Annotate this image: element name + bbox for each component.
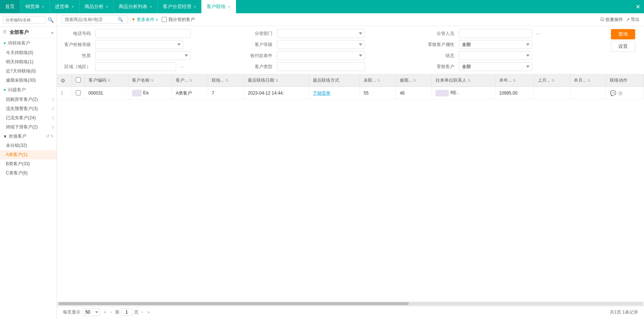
price-level-select[interactable] [95,40,183,49]
th-last-month-label: 上月... [538,77,550,84]
sidebar-item-today[interactable]: 今天待联络(0) [0,48,57,57]
prev-page-button[interactable]: ‹ [109,309,114,315]
th-checkbox[interactable] [72,74,85,87]
export-icon: ↗ [626,17,630,22]
nav-tab-goods-list[interactable]: 商品分析列表 × [114,0,157,13]
th-overdue[interactable]: 逾期... ⇅ [396,74,432,87]
sidebar-item-ungraded[interactable]: 未分组(32) [0,141,57,150]
payment-select[interactable] [277,51,365,60]
sidebar-search-input[interactable] [3,16,46,24]
sales-tab-close[interactable]: × [42,4,44,9]
horizontal-scrollbar[interactable] [57,301,644,306]
th-not-contact[interactable]: 未联... ⇅ [360,74,396,87]
select-all-checkbox[interactable] [76,77,81,82]
sidebar-group-problem[interactable]: ▼ 问题客户 [0,85,57,95]
sidebar-item-7days[interactable]: 近7天待联络(0) [0,67,57,76]
person-input[interactable] [459,29,532,38]
global-close-button[interactable]: ✕ [636,3,640,10]
person-dots[interactable]: ··· [534,31,543,36]
my-customers-checkbox-group[interactable]: 我分管的客户 [162,17,195,23]
batch-op-button[interactable]: ☑ 批量操作 [600,17,623,23]
customer-level-label: 客户等级 [246,42,275,48]
next-page-button[interactable]: › [140,309,144,315]
nav-tab-home[interactable]: 首页 [0,0,20,13]
cell-checkbox[interactable] [72,87,85,100]
setting-button[interactable]: 设置 [611,41,635,52]
customer-contact-tab-close[interactable]: × [228,4,230,9]
page-size-select[interactable]: 50 100 200 [83,308,100,316]
sidebar-group-pending[interactable]: ▼ 待联络客户 [0,38,57,48]
sidebar-item-class-b[interactable]: B类客户(33) [0,159,57,169]
nav-tab-customer-contact[interactable]: 客户联络 × [201,0,236,13]
th-last-month[interactable]: 上月... ⇅ [534,74,570,87]
sort-icon-name: ⇅ [151,78,154,82]
grid-action-icon[interactable]: ⊞ [618,90,623,96]
chat-action-icon[interactable]: 💬 [610,90,616,96]
nav-tab-goods-analysis[interactable]: 商品分析 × [79,0,114,13]
dept-select[interactable] [277,29,365,38]
filter-section-customer-level: 客户等级 [244,40,426,49]
sidebar-group-value[interactable]: ▼ 价值客户 ↺ ✎ [0,132,57,141]
info-icon-churn-warn: ℹ [52,106,54,111]
th-code[interactable]: 客户编码 ⇅ [85,74,128,87]
purchase-tab-close[interactable]: × [71,4,74,9]
th-this-year-label: 本年... [499,77,512,84]
filter-search-input[interactable] [65,17,116,22]
retail-attr-select[interactable]: 全部 [459,40,532,49]
sidebar-item-churned[interactable]: 已流失客户(24) ℹ [0,113,57,123]
first-page-button[interactable]: « [102,309,108,315]
phone-label: 电话号码 [64,31,94,37]
sidebar-item-class-c[interactable]: C类客户(6) [0,169,57,178]
th-contact-person[interactable]: 往来单位联系人 ⇅ [432,74,495,87]
sidebar-item-churn-warn[interactable]: 流失预警客户(3) ℹ [0,104,57,113]
filter-search-icon[interactable]: 🔍 [118,17,123,22]
customer-level-select[interactable] [277,40,365,49]
customer-type-input[interactable] [277,62,365,71]
row-checkbox[interactable] [76,90,81,95]
th-contact[interactable]: 联络... ⇅ [208,74,244,87]
th-last-method[interactable]: 最后联络方式 [309,74,360,87]
sidebar-search-icon[interactable]: 🔍 [47,17,54,23]
price-level-label: 客户价格等级 [64,42,94,48]
top-nav: 首页 销货单 × 进货单 × 商品分析 × 商品分析列表 × 客户分层经营 × … [0,0,644,13]
region-dots[interactable]: ··· [178,64,186,70]
customer-segment-tab-close[interactable]: × [194,4,196,9]
sidebar-all-customers[interactable]: ⠿ 全部客户 « [0,27,57,38]
th-this-month[interactable]: 本月... ⇅ [570,74,606,87]
th-level[interactable]: 客户... ⇅ [172,74,208,87]
retail-customer-select[interactable]: 全部 [459,62,532,71]
filter-row-3: 性质 收付款条件 状态 [63,51,608,60]
my-customers-checkbox[interactable] [162,17,167,22]
last-method-link[interactable]: 下销货单 [313,91,330,96]
nav-tab-purchase[interactable]: 进货单 × [50,0,79,13]
th-last-date[interactable]: 最后联络日期 ⇅ [244,74,309,87]
export-button[interactable]: ↗ 导出 [626,17,640,23]
page-suffix: 页 [134,309,139,315]
th-this-year[interactable]: 本年... ⇅ [495,74,534,87]
filter-more-conditions[interactable]: ▼ 更多条件 ∧ [131,17,158,23]
region-input[interactable] [95,62,176,71]
sidebar-item-declining[interactable]: 持续下滑客户(2) ℹ [0,123,57,132]
last-page-button[interactable]: » [146,309,151,315]
refresh-icon[interactable]: ↺ [46,134,49,139]
goods-analysis-tab-close[interactable]: × [106,4,108,9]
nav-tab-sales[interactable]: 销货单 × [20,0,50,13]
sidebar-item-tomorrow[interactable]: 明天待联络(1) [0,57,57,67]
goods-list-tab-close[interactable]: × [150,4,152,9]
sidebar-item-overdue[interactable]: 逾期未联络(30) [0,76,57,85]
sidebar-item-class-a[interactable]: A类客户(1) [0,150,57,159]
status-select[interactable] [459,51,532,60]
my-customers-label: 我分管的客户 [168,17,195,23]
nav-tab-customer-segment[interactable]: 客户分层经营 × [158,0,201,13]
query-button[interactable]: 查询 [611,29,635,39]
sidebar-collapse-icon[interactable]: « [51,30,54,35]
phone-input[interactable] [95,29,191,38]
nature-select[interactable] [95,51,191,60]
gear-icon[interactable]: ⚙ [61,78,65,84]
th-gear[interactable]: ⚙ [57,74,72,87]
edit-icon[interactable]: ✎ [50,134,54,139]
sidebar-item-repurchase[interactable]: 回购异常客户(2) ℹ [0,95,57,104]
scrollbar-thumb[interactable] [58,302,409,305]
page-input[interactable] [121,308,133,316]
th-name[interactable]: 客户名称 ⇅ [128,74,172,87]
